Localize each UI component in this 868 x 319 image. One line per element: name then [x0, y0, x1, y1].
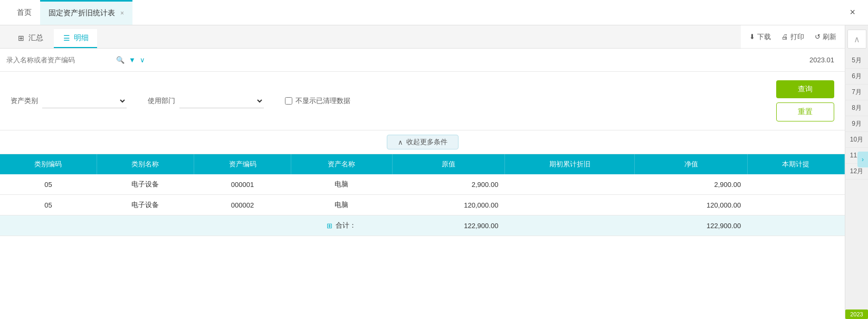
no-cleared-label: 不显示已清理数据: [295, 96, 350, 106]
tab-detail-label: 明细: [74, 33, 89, 43]
filter-row: 资产类别 使用部门 不显示已清理数据 查询 重置: [11, 80, 834, 121]
collapse-bar: ∧ 收起更多条件: [0, 130, 845, 154]
month-item[interactable]: 5月: [845, 53, 868, 69]
table-row: 05 电子设备 000001 电脑 2,900.00 2,900.00: [0, 174, 845, 195]
filter-icon: ▼: [129, 56, 136, 64]
table-header-row: 类别编码 类别名称 资产编码 资产名称 原值 期初累计折旧 净值 本期计提: [0, 154, 845, 174]
cell-original-value: 120,000.00: [392, 195, 504, 215]
collapse-label: 收起更多条件: [406, 137, 447, 147]
window-close-button[interactable]: ×: [845, 7, 860, 18]
asset-type-select[interactable]: [42, 93, 127, 108]
data-table: 类别编码 类别名称 资产编码 资产名称 原值 期初累计折旧 净值 本期计提 05…: [0, 154, 845, 236]
data-table-wrap: 类别编码 类别名称 资产编码 资产名称 原值 期初累计折旧 净值 本期计提 05…: [0, 154, 845, 319]
month-item[interactable]: 10月: [845, 132, 868, 148]
sum-icon: ⊞: [327, 222, 332, 230]
cell-category-code: 05: [0, 195, 97, 215]
asset-type-label: 资产类别: [11, 96, 38, 106]
cell-acc-depreciation: [504, 174, 635, 195]
cell-current-period: [747, 195, 844, 215]
download-label: 下载: [757, 32, 771, 42]
asset-type-field: 资产类别: [11, 93, 127, 108]
month-item[interactable]: 6月: [845, 69, 868, 85]
print-icon: 🖨: [781, 33, 788, 41]
left-panel: ⊞ 汇总 ☰ 明细 ⬇ 下载 🖨 打印 ↺ 刷新: [0, 25, 845, 319]
cell-category-name: 电子设备: [97, 174, 194, 195]
cell-asset-code: 000002: [194, 195, 291, 215]
tab-close-icon[interactable]: ×: [120, 10, 124, 17]
tab-label: 固定资产折旧统计表: [49, 8, 115, 18]
use-dept-field: 使用部门: [148, 93, 264, 108]
download-icon: ⬇: [749, 33, 755, 41]
use-dept-select[interactable]: [179, 93, 264, 108]
total-original-value: 122,900.00: [392, 215, 504, 236]
month-item[interactable]: 7月: [845, 85, 868, 100]
col-header-original-value: 原值: [392, 154, 504, 174]
total-text: 合计：: [336, 221, 356, 230]
cell-asset-code: 000001: [194, 174, 291, 195]
total-current-period: [747, 215, 844, 236]
table-row: 05 电子设备 000002 电脑 120,000.00 120,000.00: [0, 195, 845, 215]
filter-actions: 查询 重置: [776, 80, 834, 121]
cell-net-value: 2,900.00: [635, 174, 747, 195]
tab-detail[interactable]: ☰ 明细: [54, 29, 97, 48]
total-net-value: 122,900.00: [635, 215, 747, 236]
print-button[interactable]: 🖨 打印: [781, 32, 804, 42]
right-sidebar: ∧ 5月6月7月8月9月10月11月12月 2023: [845, 25, 868, 319]
use-dept-label: 使用部门: [148, 96, 175, 106]
chevron-up-icon: ∧: [398, 138, 403, 146]
date-display: 2023.01: [809, 56, 838, 64]
col-header-category-code: 类别编码: [0, 154, 97, 174]
total-label: ⊞ 合计：: [291, 215, 392, 236]
filter-more-button[interactable]: ▼ ∨: [129, 56, 145, 64]
month-item[interactable]: 9月: [845, 116, 868, 132]
sidebar-up-button[interactable]: ∧: [847, 30, 866, 49]
chevron-down-icon: ∨: [140, 56, 145, 64]
col-header-acc-depreciation: 期初累计折旧: [504, 154, 635, 174]
cell-asset-name: 电脑: [291, 195, 392, 215]
collapse-button[interactable]: ∧ 收起更多条件: [387, 135, 459, 149]
no-cleared-field: 不显示已清理数据: [285, 96, 350, 106]
download-button[interactable]: ⬇ 下载: [749, 32, 771, 42]
sub-tabs-bar: ⊞ 汇总 ☰ 明细 ⬇ 下载 🖨 打印 ↺ 刷新: [0, 25, 845, 49]
search-icon[interactable]: 🔍: [116, 56, 125, 64]
col-header-net-value: 净值: [635, 154, 747, 174]
nav-home[interactable]: 首页: [8, 0, 40, 25]
search-input[interactable]: [6, 56, 112, 64]
col-header-asset-name: 资产名称: [291, 154, 392, 174]
col-header-current-period: 本期计提: [747, 154, 844, 174]
refresh-button[interactable]: ↺ 刷新: [815, 32, 836, 42]
refresh-icon: ↺: [815, 33, 821, 41]
total-label-cell: [0, 215, 291, 236]
filter-panel: 资产类别 使用部门 不显示已清理数据 查询 重置: [0, 72, 845, 130]
top-nav: 首页 固定资产折旧统计表 × ×: [0, 0, 868, 25]
year-badge: 2023: [845, 309, 868, 319]
refresh-label: 刷新: [823, 32, 836, 42]
tab-summary-label: 汇总: [28, 33, 43, 43]
cell-acc-depreciation: [504, 195, 635, 215]
tab-summary[interactable]: ⊞ 汇总: [8, 29, 52, 48]
print-label: 打印: [790, 32, 804, 42]
total-row: ⊞ 合计： 122,900.00 122,900.00: [0, 215, 845, 236]
month-item[interactable]: 8月: [845, 100, 868, 116]
total-acc-depreciation: [504, 215, 635, 236]
cell-current-period: [747, 174, 844, 195]
col-header-category-name: 类别名称: [97, 154, 194, 174]
cell-original-value: 2,900.00: [392, 174, 504, 195]
nav-tab-active[interactable]: 固定资产折旧统计表 ×: [40, 0, 132, 25]
col-header-asset-code: 资产编码: [194, 154, 291, 174]
layers-icon: ⊞: [17, 34, 25, 42]
cell-category-code: 05: [0, 174, 97, 195]
search-bar: 🔍 ▼ ∨ › 2023.01: [0, 49, 845, 72]
toolbar: ⬇ 下载 🖨 打印 ↺ 刷新: [741, 25, 845, 49]
main-content: ⊞ 汇总 ☰ 明细 ⬇ 下载 🖨 打印 ↺ 刷新: [0, 25, 868, 319]
no-cleared-checkbox[interactable]: [285, 97, 292, 105]
reset-button[interactable]: 重置: [776, 102, 834, 121]
cell-asset-name: 电脑: [291, 174, 392, 195]
cell-net-value: 120,000.00: [635, 195, 747, 215]
cell-category-name: 电子设备: [97, 195, 194, 215]
query-button[interactable]: 查询: [776, 80, 834, 98]
list-icon: ☰: [62, 34, 71, 42]
